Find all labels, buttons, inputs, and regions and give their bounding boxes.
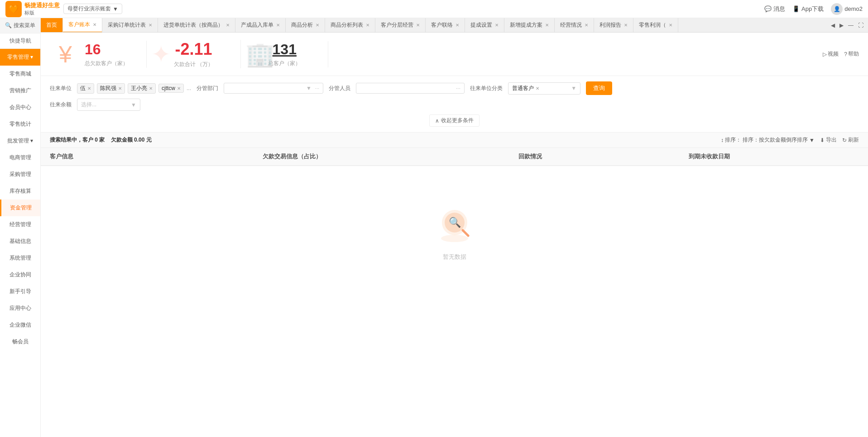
tab-purchase-stats-product[interactable]: 进货单统计表（按商品） ✕ (158, 18, 235, 33)
user-item[interactable]: 👤 demo2 (831, 3, 863, 15)
stat-customers: ¥ 16 总欠款客户（家） (50, 41, 147, 68)
tab-close-commission[interactable]: ✕ (495, 23, 499, 28)
tab-customer-account[interactable]: 客户账本 ✕ (63, 18, 102, 33)
tab-close-customer-tier[interactable]: ✕ (416, 23, 420, 28)
tab-minimize[interactable]: — (846, 21, 855, 29)
sidebar-item-wholesale-mgmt[interactable]: 批发管理 ▾ (0, 133, 40, 149)
sidebar-item-enterprise-wechat[interactable]: 企业微信 (0, 317, 40, 333)
app-download-label: App下载 (801, 5, 824, 13)
sort-select[interactable]: ↕ 排序： 排序：按欠款金额倒序排序 ▼ (721, 136, 815, 144)
sidebar-item-new-guide[interactable]: 新手引导 (0, 283, 40, 300)
collapse-filter-btn[interactable]: ∧ 收起更多条件 (429, 114, 480, 127)
video-link[interactable]: ▷ 视频 (823, 50, 839, 58)
top-bar: 🧡 畅捷通好生意 标版 母婴行业演示账套 ▼ 💬 消息 📱 App下载 👤 de… (0, 0, 868, 18)
tab-close-retail-profit[interactable]: ✕ (669, 23, 672, 28)
sidebar-item-retail-shop[interactable]: 零售商城 (0, 66, 40, 82)
filter-tag-cj[interactable]: cjttcw ✕ (158, 84, 184, 93)
tab-product-inbound[interactable]: 产成品入库单 ✕ (235, 18, 286, 33)
filter-person-dots-icon: ··· (456, 85, 460, 91)
filter-unit-class-close[interactable]: ✕ (536, 86, 539, 91)
filter-tag-cj-close[interactable]: ✕ (177, 86, 181, 91)
tab-purchase-order-stats[interactable]: 采购订单统计表 ✕ (102, 18, 158, 33)
tab-close-profit-report[interactable]: ✕ (624, 23, 628, 28)
message-item[interactable]: 💬 消息 (764, 5, 785, 13)
sidebar-label-member-center: 会员中心 (10, 104, 31, 111)
tab-home[interactable]: 首页 (41, 18, 63, 33)
tab-commission-settings[interactable]: 提成设置 ✕ (465, 18, 504, 33)
sidebar-item-member-center[interactable]: 会员中心 (0, 99, 40, 116)
tab-customer-contact[interactable]: 客户联络 ✕ (426, 18, 465, 33)
store-name: 母婴行业演示账套 (67, 5, 111, 13)
tab-close-product-inbound[interactable]: ✕ (276, 23, 280, 28)
tab-customer-tier[interactable]: 客户分层经营 ✕ (375, 18, 426, 33)
sidebar-item-operation[interactable]: 经营管理 (0, 216, 40, 233)
sidebar-item-retail-stats[interactable]: 零售统计 (0, 116, 40, 133)
filter-unit-tags: 伍 ✕ 陈民强 ✕ 王小亮 ✕ cjttcw ✕ (77, 83, 191, 94)
svg-text:🔍: 🔍 (448, 216, 461, 228)
filter-tag-chen-close[interactable]: ✕ (118, 86, 122, 91)
sidebar-quick-nav[interactable]: 快捷导航 (0, 33, 40, 49)
help-link[interactable]: ? 帮助 (844, 50, 859, 58)
refresh-btn[interactable]: ↻ 刷新 (842, 136, 859, 144)
tab-profit-report[interactable]: 利润报告 ✕ (594, 18, 633, 33)
sidebar-item-app-center[interactable]: 应用中心 (0, 300, 40, 317)
svg-point-0 (441, 235, 468, 242)
tab-maximize[interactable]: ⛶ (856, 21, 865, 29)
stat-total-customers: 🏢 131 总客户（家） (241, 41, 328, 67)
filter-balance-label: 往来余额 (50, 101, 72, 109)
sidebar-item-system[interactable]: 系统管理 (0, 250, 40, 266)
sidebar-item-vip-member[interactable]: 畅会员 (0, 333, 40, 350)
sidebar-item-inventory[interactable]: 库存核算 (0, 183, 40, 200)
filter-person-select[interactable]: ··· (356, 83, 465, 94)
filter-balance-select[interactable]: 选择... ▼ (77, 99, 140, 111)
filter-tag-wu-close[interactable]: ✕ (87, 86, 91, 91)
tab-arrow-right[interactable]: ▶ (838, 21, 845, 29)
logo-text-block: 畅捷通好生意 标版 (24, 1, 60, 16)
filter-unit-class-select[interactable]: 普通客户 ✕ ▼ (508, 82, 580, 95)
sidebar-item-enterprise-collab[interactable]: 企业协同 (0, 266, 40, 283)
filter-tag-wang[interactable]: 王小亮 ✕ (128, 83, 156, 94)
tab-close-purchase-stats[interactable]: ✕ (226, 23, 230, 28)
tab-close-product-analysis[interactable]: ✕ (316, 23, 319, 28)
sidebar-item-finance[interactable]: 资金管理 (0, 200, 40, 216)
tab-close-purchase-order[interactable]: ✕ (149, 23, 152, 28)
sidebar: 🔍 搜索菜单 快捷导航 零售管理 ▾ 零售商城 营销推广 会员中心 零售统计 批… (0, 18, 41, 437)
sidebar-item-ecommerce[interactable]: 电商管理 (0, 149, 40, 166)
export-btn[interactable]: ⬇ 导出 (820, 136, 837, 144)
result-info: 搜索结果中，客户 0 家 欠款金额 0.00 元 (50, 136, 152, 144)
sidebar-label-ecommerce: 电商管理 (10, 154, 31, 162)
store-selector[interactable]: 母婴行业演示账套 ▼ (63, 4, 122, 14)
stat-debt-value: -2.11 (175, 40, 212, 59)
filter-tag-wang-text: 王小亮 (131, 85, 147, 92)
tab-close-product-analysis-list[interactable]: ✕ (366, 23, 369, 28)
tab-arrow-left[interactable]: ◀ (829, 21, 837, 29)
filter-tag-wu[interactable]: 伍 ✕ (77, 83, 94, 94)
tab-new-commission-label: 新增提成方案 (510, 21, 542, 29)
top-bar-right: 💬 消息 📱 App下载 👤 demo2 (764, 3, 863, 15)
sidebar-search[interactable]: 🔍 搜索菜单 (0, 18, 40, 33)
tab-close-new-commission[interactable]: ✕ (545, 23, 549, 28)
tab-retail-profit[interactable]: 零售利润（ ✕ (633, 18, 678, 33)
filter-dept-select[interactable]: ▼ ··· (224, 83, 323, 94)
tab-arrows: ◀ ▶ — ⛶ (826, 21, 868, 29)
top-bar-left: 🧡 畅捷通好生意 标版 母婴行业演示账套 ▼ (5, 1, 122, 17)
filter-tag-wang-close[interactable]: ✕ (149, 86, 153, 91)
tab-product-analysis-list[interactable]: 商品分析列表 ✕ (325, 18, 375, 33)
sidebar-item-basic-info[interactable]: 基础信息 (0, 233, 40, 250)
sidebar-item-marketing[interactable]: 营销推广 (0, 82, 40, 99)
sidebar-item-retail-mgmt[interactable]: 零售管理 ▾ (0, 49, 40, 66)
tab-close-customer-contact[interactable]: ✕ (456, 23, 459, 28)
app-download-item[interactable]: 📱 App下载 (792, 5, 824, 13)
filter-tag-chen[interactable]: 陈民强 ✕ (97, 83, 125, 94)
tab-product-analysis[interactable]: 商品分析 ✕ (286, 18, 325, 33)
tab-close-customer-account[interactable]: ✕ (93, 22, 96, 27)
sidebar-item-purchase[interactable]: 采购管理 (0, 166, 40, 183)
tab-close-operation-status[interactable]: ✕ (585, 23, 588, 28)
query-button[interactable]: 查询 (586, 81, 612, 95)
tab-operation-status[interactable]: 经营情况 ✕ (555, 18, 594, 33)
tab-new-commission[interactable]: 新增提成方案 ✕ (504, 18, 555, 33)
filter-tag-wu-text: 伍 (80, 85, 86, 92)
filter-unit-class-tag-normal[interactable]: 普通客户 ✕ (512, 85, 539, 92)
filter-more-btn[interactable]: ... (187, 85, 191, 91)
filter-dept-label: 分管部门 (197, 85, 218, 92)
